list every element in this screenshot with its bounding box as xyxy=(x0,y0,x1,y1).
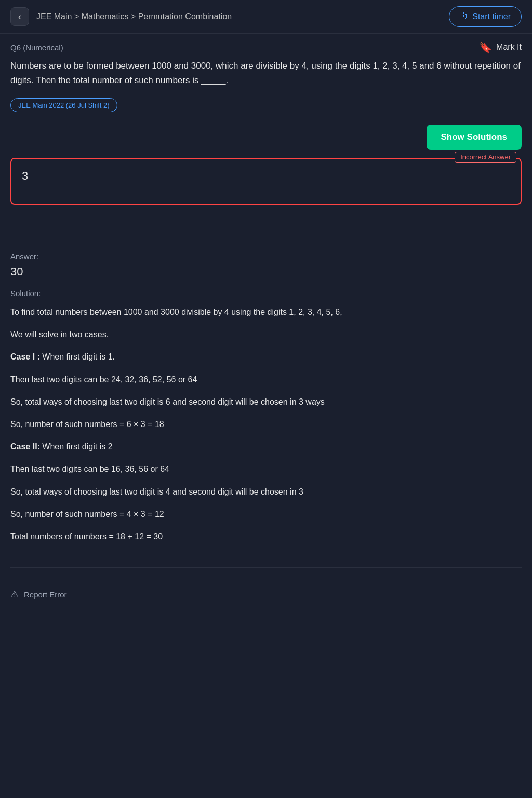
solution-line-3: Then last two digits can be 24, 32, 36, … xyxy=(10,373,522,387)
answer-label: Answer: xyxy=(10,252,522,261)
solution-line-10: Total numbers of numbers = 18 + 12 = 30 xyxy=(10,529,522,543)
solution-line-8: So, total ways of choosing last two digi… xyxy=(10,485,522,499)
timer-icon: ⏱ xyxy=(460,12,468,21)
solution-line-0: To find total numbers between 1000 and 3… xyxy=(10,305,522,319)
question-text: Numbers are to be formed between 1000 an… xyxy=(10,59,522,88)
tag-label: JEE Main 2022 (26 Jul Shift 2) xyxy=(10,98,117,112)
breadcrumb: JEE Main > Mathematics > Permutation Com… xyxy=(36,12,232,21)
answer-value: 30 xyxy=(10,265,522,278)
question-tag: JEE Main 2022 (26 Jul Shift 2) xyxy=(10,98,522,125)
warning-icon: ⚠ xyxy=(10,589,19,600)
user-answer-value: 3 xyxy=(22,169,28,182)
start-timer-label: Start timer xyxy=(472,12,511,21)
header-left: ‹ JEE Main > Mathematics > Permutation C… xyxy=(10,7,232,26)
solution-line-5: So, number of such numbers = 6 × 3 = 18 xyxy=(10,417,522,431)
back-button[interactable]: ‹ xyxy=(10,7,29,26)
incorrect-label: Incorrect Answer xyxy=(455,152,516,163)
start-timer-button[interactable]: ⏱ Start timer xyxy=(449,6,522,27)
subheader: Q6 (Numerical) 🔖 Mark It xyxy=(0,34,532,59)
answer-input-container: Incorrect Answer 3 xyxy=(10,158,522,205)
solution-line-6: Case II: When first digit is 2 xyxy=(10,440,522,454)
answer-input-box[interactable]: 3 xyxy=(10,158,522,205)
show-solutions-button[interactable]: Show Solutions xyxy=(427,125,522,150)
question-label: Q6 (Numerical) xyxy=(10,43,63,52)
divider xyxy=(0,236,532,236)
bookmark-icon: 🔖 xyxy=(479,41,492,54)
mark-it-label: Mark It xyxy=(496,43,522,52)
mark-it-button[interactable]: 🔖 Mark It xyxy=(479,41,522,54)
header: ‹ JEE Main > Mathematics > Permutation C… xyxy=(0,0,532,34)
solution-line-7: Then last two digits can be 16, 36, 56 o… xyxy=(10,462,522,476)
answer-section: Answer: 30 Solution: To find total numbe… xyxy=(10,247,522,562)
report-error-label: Report Error xyxy=(24,590,67,599)
bottom-divider xyxy=(10,567,522,568)
solution-line-1: We will solve in two cases. xyxy=(10,327,522,341)
solution-line-2: Case I : When first digit is 1. xyxy=(10,350,522,364)
solution-lines: To find total numbers between 1000 and 3… xyxy=(10,305,522,543)
report-error-row[interactable]: ⚠ Report Error xyxy=(10,578,522,616)
solution-label: Solution: xyxy=(10,289,522,298)
solution-line-9: So, number of such numbers = 4 × 3 = 12 xyxy=(10,507,522,521)
solution-line-4: So, total ways of choosing last two digi… xyxy=(10,395,522,409)
show-solutions-row: Show Solutions xyxy=(10,125,522,150)
answer-solution-section: Answer: 30 Solution: To find total numbe… xyxy=(0,247,532,616)
question-body: Numbers are to be formed between 1000 an… xyxy=(0,59,532,231)
